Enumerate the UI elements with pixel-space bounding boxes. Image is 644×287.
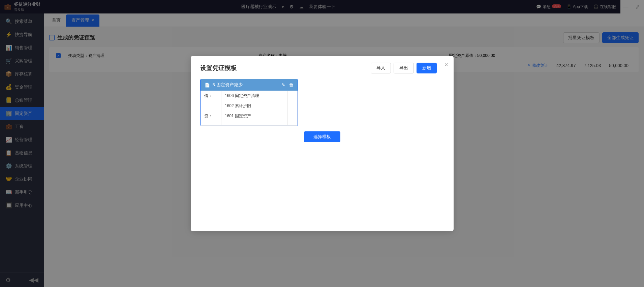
table-row: 贷： 1601 固定资产 [201, 111, 297, 121]
account-empty [221, 121, 278, 126]
debit-label: 借： [201, 91, 221, 101]
col2-3 [278, 111, 288, 121]
template-card-actions: ✎ 🗑 [281, 82, 294, 88]
template-area: 📄 5-固定资产减少 ✎ 🗑 [200, 79, 444, 142]
table-row: 1602 累计折旧 [201, 101, 297, 111]
export-button[interactable]: 导出 [394, 63, 414, 73]
edit-template-icon[interactable]: ✎ [281, 82, 285, 88]
template-name: 5-固定资产减少 [213, 82, 243, 88]
col3-2 [287, 101, 297, 111]
col3-4 [287, 121, 297, 126]
document-icon: 📄 [205, 83, 210, 88]
main-layout: 🔍 搜索菜单 ⚡ 快捷导航 📊 销售管理 🛒 采购管理 📦 库存核算 💰 [0, 13, 644, 287]
template-table: 借： 1606 固定资产清理 1602 累计折旧 [201, 91, 298, 126]
col3-1 [287, 91, 297, 101]
modal-overlay: 设置凭证模板 导入 导出 新增 × 📄 5-固定资 [44, 27, 644, 287]
modal: 设置凭证模板 导入 导出 新增 × 📄 5-固定资 [191, 56, 454, 231]
account-1601: 1601 固定资产 [221, 111, 278, 121]
page-content: 生成的凭证预览 批量凭证模板 全部生成凭证 ✓ 变动类型：资产清理 [44, 27, 644, 287]
content-area: 首页 资产管理 × — ⤢ 生成的凭证预览 批量凭证模板 全部生成凭证 [44, 13, 644, 287]
table-row: 借： 1606 固定资产清理 [201, 91, 297, 101]
col2-2 [278, 101, 288, 111]
col2-1 [278, 91, 288, 101]
account-1606: 1606 固定资产清理 [221, 91, 278, 101]
select-template-button[interactable]: 选择模板 [304, 131, 340, 142]
account-1602: 1602 累计折旧 [221, 101, 278, 111]
col2-4 [278, 121, 288, 126]
credit-label: 贷： [201, 111, 221, 121]
table-row [201, 121, 297, 126]
col3-3 [287, 111, 297, 121]
import-button[interactable]: 导入 [371, 63, 391, 73]
modal-action-buttons: 导入 导出 新增 [371, 63, 437, 73]
modal-close-button[interactable]: × [444, 61, 448, 68]
template-card-header-left: 📄 5-固定资产减少 [205, 82, 243, 88]
template-card-body: 借： 1606 固定资产清理 1602 累计折旧 [201, 91, 298, 126]
template-card: 📄 5-固定资产减少 ✎ 🗑 [200, 79, 298, 126]
new-button[interactable]: 新增 [417, 63, 437, 73]
empty-label-1 [201, 101, 221, 111]
delete-template-icon[interactable]: 🗑 [289, 82, 294, 88]
empty-label-2 [201, 121, 221, 126]
template-card-header: 📄 5-固定资产减少 ✎ 🗑 [201, 79, 298, 91]
